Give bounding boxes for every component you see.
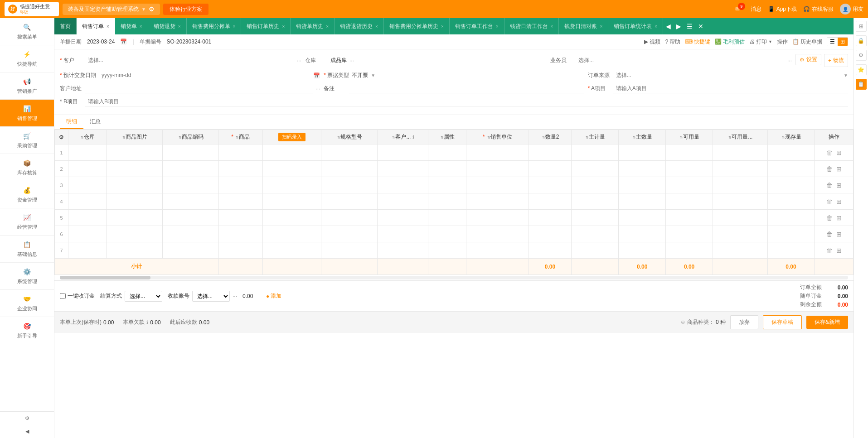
row-code-4[interactable] — [162, 193, 218, 210]
tab-close-invoice-history[interactable]: × — [326, 24, 329, 29]
row-main-qty-4[interactable] — [619, 193, 666, 210]
tab-sales-invoice[interactable]: 销货单 × — [115, 18, 148, 34]
online-service-button[interactable]: 🎧 在线客服 — [803, 5, 834, 13]
tab-expense-history[interactable]: 销售费用分摊单历史 × — [384, 18, 450, 34]
scrollbar-thumb[interactable] — [60, 276, 150, 279]
row-customer-code-3[interactable] — [377, 177, 428, 193]
row-delete-1[interactable]: 🗑 — [825, 148, 834, 157]
sidebar-item-operations[interactable]: 📈 经营管理 — [0, 208, 54, 236]
delivery-date-input[interactable] — [99, 71, 310, 80]
row-sales-unit-4[interactable] — [466, 193, 529, 210]
one-click-checkbox[interactable] — [60, 293, 66, 299]
row-copy-5[interactable]: ⊞ — [835, 213, 843, 222]
a-project-input[interactable] — [613, 84, 848, 93]
tab-close-sales-order[interactable]: × — [107, 24, 109, 29]
tab-return-history[interactable]: 销货退货历史 × — [335, 18, 384, 34]
row-main-qty-7[interactable] — [619, 242, 666, 259]
row-main-unit-4[interactable] — [572, 193, 619, 210]
row-spec-4[interactable] — [321, 193, 377, 210]
row-attribute-4[interactable] — [428, 193, 466, 210]
row-spec-3[interactable] — [321, 177, 377, 193]
row-qty2-2[interactable] — [529, 161, 572, 177]
video-help-button[interactable]: ▶ 视频 — [644, 38, 660, 46]
salesperson-input[interactable] — [576, 56, 785, 65]
warehouse-more-icon[interactable]: ··· — [349, 58, 354, 64]
address-more-icon[interactable]: ··· — [315, 86, 320, 92]
row-attribute-3[interactable] — [428, 177, 466, 193]
row-sales-unit-7[interactable] — [466, 242, 529, 259]
message-button[interactable]: ✉ 9 消息 — [735, 5, 761, 13]
row-sales-unit-6[interactable] — [466, 226, 529, 242]
row-customer-code-1[interactable] — [377, 144, 428, 161]
sidebar-item-sales[interactable]: 📊 销售管理 — [0, 100, 54, 127]
row-qty2-1[interactable] — [529, 144, 572, 161]
row-copy-3[interactable]: ⊞ — [835, 181, 843, 190]
scan-button[interactable]: 扫码录入 — [278, 133, 305, 141]
right-panel-btn-3[interactable]: ⚙ — [856, 50, 867, 61]
sidebar-item-purchase[interactable]: 🛒 采购管理 — [0, 127, 54, 154]
row-code-7[interactable] — [162, 242, 218, 259]
order-source-input[interactable] — [613, 71, 841, 80]
right-panel-btn-4[interactable]: ⭐ — [856, 64, 867, 75]
row-warehouse-4[interactable] — [68, 193, 107, 210]
row-delete-4[interactable]: 🗑 — [825, 197, 834, 206]
debit-info-icon[interactable]: ℹ — [146, 320, 148, 325]
row-attribute-6[interactable] — [428, 226, 466, 242]
row-qty2-6[interactable] — [529, 226, 572, 242]
right-panel-btn-1[interactable]: ⊞ — [856, 21, 867, 32]
row-attribute-7[interactable] — [428, 242, 466, 259]
payment-method-select[interactable]: 选择... — [125, 291, 162, 302]
row-warehouse-1[interactable] — [68, 144, 107, 161]
print-button[interactable]: 🖨 打印 ▼ — [749, 38, 772, 46]
address-input[interactable] — [85, 84, 313, 93]
goods-count-icon[interactable]: ⊙ — [681, 319, 685, 325]
row-delete-2[interactable]: 🗑 — [825, 164, 834, 173]
row-main-qty-1[interactable] — [619, 144, 666, 161]
row-code-2[interactable] — [162, 161, 218, 177]
row-delete-3[interactable]: 🗑 — [825, 181, 834, 190]
tab-close-expense-split[interactable]: × — [233, 24, 236, 29]
row-product-7[interactable] — [218, 242, 262, 259]
tab-close-sales-invoice[interactable]: × — [140, 24, 142, 29]
profit-button[interactable]: 💹 毛利预估 — [715, 38, 745, 46]
row-copy-7[interactable]: ⊞ — [835, 246, 843, 255]
sidebar-item-basic[interactable]: 📋 基础信息 — [0, 236, 54, 263]
row-qty2-3[interactable] — [529, 177, 572, 193]
tab-home[interactable]: 首页 — [54, 18, 77, 34]
tab-close-all-button[interactable]: ✕ — [695, 18, 706, 34]
row-sales-unit-5[interactable] — [466, 210, 529, 226]
row-customer-code-7[interactable] — [377, 242, 428, 259]
tab-order-stats[interactable]: 销售订单统计表 × — [608, 18, 663, 34]
row-qty2-7[interactable] — [529, 242, 572, 259]
row-code-6[interactable] — [162, 226, 218, 242]
row-qty2-4[interactable] — [529, 193, 572, 210]
sidebar-item-inventory[interactable]: 📦 库存核算 — [0, 154, 54, 181]
row-code-3[interactable] — [162, 177, 218, 193]
row-sales-unit-3[interactable] — [466, 177, 529, 193]
calendar-icon[interactable]: 📅 — [120, 39, 127, 45]
row-spec-1[interactable] — [321, 144, 377, 161]
row-code-5[interactable] — [162, 210, 218, 226]
row-customer-code-4[interactable] — [377, 193, 428, 210]
discard-button[interactable]: 放弃 — [730, 315, 758, 329]
solution-button[interactable]: 体验行业方案 — [163, 3, 209, 15]
add-payment-button[interactable]: ● 添加 — [266, 292, 281, 300]
customer-more-icon[interactable]: ··· — [297, 58, 301, 64]
row-main-unit-6[interactable] — [572, 226, 619, 242]
help-button[interactable]: ? 帮助 — [665, 38, 680, 46]
row-main-unit-2[interactable] — [572, 161, 619, 177]
account-select[interactable]: 选择... — [192, 291, 230, 302]
sub-tab-summary[interactable]: 汇总 — [83, 115, 107, 129]
tab-close-order-workbench[interactable]: × — [496, 24, 499, 29]
row-product-2[interactable] — [218, 161, 262, 177]
sidebar-item-guide[interactable]: 🎯 新手引导 — [0, 317, 54, 344]
row-main-qty-6[interactable] — [619, 226, 666, 242]
right-panel-btn-5[interactable]: 📋 — [856, 79, 867, 90]
tab-invoice-history[interactable]: 销货单历史 × — [291, 18, 335, 34]
shortcut-button[interactable]: ⌨ 快捷键 — [685, 38, 710, 46]
row-delete-6[interactable]: 🗑 — [825, 230, 834, 239]
app-download-button[interactable]: 📱 App下载 — [768, 5, 797, 13]
row-product-5[interactable] — [218, 210, 262, 226]
save-draft-button[interactable]: 保存草稿 — [763, 315, 802, 329]
row-sales-unit-2[interactable] — [466, 161, 529, 177]
